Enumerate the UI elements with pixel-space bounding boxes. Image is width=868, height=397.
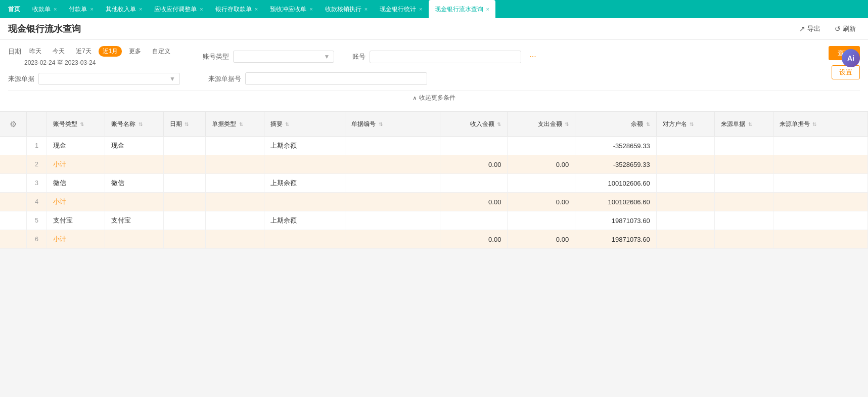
refresh-button[interactable]: ↺ 刷新 [831,22,860,35]
td-account-name: 支付宝 [105,211,163,230]
td-expense [508,211,575,230]
settings-button[interactable]: 设置 [832,65,860,79]
table-container: ⚙ 账号类型 ⇅ 账号名称 ⇅ 日期 ⇅ 单据类型 ⇅ [0,112,868,249]
th-expense[interactable]: 支出金额 ⇅ [508,112,575,137]
sort-icon: ⇅ [139,121,143,127]
close-icon[interactable]: × [200,6,203,12]
dots-icon[interactable]: ··· [529,52,536,61]
th-summary[interactable]: 摘要 ⇅ [264,112,345,137]
table-row: 1现金现金上期余额-3528659.33 [0,137,868,155]
close-icon[interactable]: × [419,6,422,12]
th-account-name[interactable]: 账号名称 ⇅ [105,112,163,137]
top-nav: 首页 收款单 × 付款单 × 其他收入单 × 应收应付调整单 × 银行存取款单 … [0,0,868,18]
sort-icon: ⇅ [812,121,816,127]
td-expense [508,137,575,155]
collapse-bar[interactable]: ∧ 收起更多条件 [8,90,860,105]
td-account-name [105,230,163,249]
refresh-icon: ↺ [835,25,841,33]
sort-icon: ⇅ [690,121,694,127]
sort-icon: ⇅ [565,121,569,127]
table-header-row: ⚙ 账号类型 ⇅ 账号名称 ⇅ 日期 ⇅ 单据类型 ⇅ [0,112,868,137]
td-seq: 2 [27,155,47,174]
th-counterparty[interactable]: 对方户名 ⇅ [656,112,714,137]
th-seq [27,112,47,137]
th-source-doc-no[interactable]: 来源单据号 ⇅ [773,112,867,137]
th-balance[interactable]: 余额 ⇅ [575,112,657,137]
td-balance: -3528659.33 [575,155,657,174]
th-account-type[interactable]: 账号类型 ⇅ [47,112,105,137]
close-icon[interactable]: × [139,6,142,12]
close-icon[interactable]: × [255,6,258,12]
th-doc-no[interactable]: 单据编号 ⇅ [345,112,440,137]
td-seq: 5 [27,211,47,230]
td-seq: 6 [27,230,47,249]
collapse-label: 收起更多条件 [419,94,455,102]
date-opt-yesterday[interactable]: 昨天 [25,46,45,57]
td-income: 0.00 [440,230,508,249]
nav-tab-receipt[interactable]: 收款单 × [26,0,63,18]
nav-tab-cash-stat[interactable]: 现金银行统计 × [374,0,428,18]
td-account-name [105,155,163,174]
td-expense [508,174,575,193]
filter-row-1: 日期 昨天 今天 近7天 近1月 更多 自定义 2023-02-24 至 202… [8,46,820,67]
ai-badge[interactable]: Ai [842,49,860,67]
source-doc-no-input[interactable] [245,72,427,85]
sort-icon: ⇅ [285,121,289,127]
td-account-name: 现金 [105,137,163,155]
nav-tab-writeoff[interactable]: 收款核销执行 × [319,0,374,18]
sort-icon: ⇅ [80,121,84,127]
table-row: 4小计0.000.00100102606.60 [0,193,868,211]
nav-tab-payment[interactable]: 付款单 × [63,0,99,18]
nav-tab-other-income[interactable]: 其他收入单 × [100,0,148,18]
th-doc-type[interactable]: 单据类型 ⇅ [206,112,264,137]
date-opt-7days[interactable]: 近7天 [72,46,96,57]
gear-icon[interactable]: ⚙ [6,117,20,131]
th-gear: ⚙ [0,112,27,137]
td-account-type: 小计 [47,193,105,211]
filter-row-2: 来源单据 ▼ 来源单据号 [8,72,820,85]
th-date[interactable]: 日期 ⇅ [163,112,205,137]
td-account-name [105,193,163,211]
sort-icon: ⇅ [748,121,752,127]
td-account-type: 现金 [47,137,105,155]
date-opt-more[interactable]: 更多 [125,46,145,57]
close-icon[interactable]: × [309,6,312,12]
data-table: ⚙ 账号类型 ⇅ 账号名称 ⇅ 日期 ⇅ 单据类型 ⇅ [0,112,868,249]
account-input[interactable] [370,51,521,63]
account-label: 账号 [352,52,366,61]
sort-icon: ⇅ [497,121,501,127]
close-icon[interactable]: × [486,6,489,12]
table-row: 3微信微信上期余额100102606.60 [0,174,868,193]
nav-tab-bank-deposit[interactable]: 银行存取款单 × [209,0,264,18]
td-income [440,211,508,230]
sort-icon: ⇅ [379,121,383,127]
td-account-type: 微信 [47,174,105,193]
account-type-select[interactable]: ▼ [233,51,334,63]
date-opt-custom[interactable]: 自定义 [148,46,174,57]
date-opt-today[interactable]: 今天 [49,46,69,57]
source-doc-select[interactable]: ▼ [38,73,180,85]
source-doc-no-label: 来源单据号 [208,74,241,83]
page-header: 现金银行流水查询 ↗ 导出 ↺ 刷新 [0,18,868,40]
filter-area: 日期 昨天 今天 近7天 近1月 更多 自定义 2023-02-24 至 202… [0,40,868,112]
nav-tab-cash-flow-query[interactable]: 现金银行流水查询 × [429,0,495,18]
close-icon[interactable]: × [364,6,368,12]
th-source-doc[interactable]: 来源单据 ⇅ [715,112,773,137]
close-icon[interactable]: × [90,6,93,12]
export-button[interactable]: ↗ 导出 [795,22,825,35]
nav-tab-advance-offset[interactable]: 预收冲应收单 × [264,0,318,18]
source-doc-label: 来源单据 [8,74,34,83]
nav-tab-home[interactable]: 首页 [2,0,26,18]
close-icon[interactable]: × [54,6,57,12]
td-income [440,137,508,155]
td-seq: 1 [27,137,47,155]
th-income[interactable]: 收入金额 ⇅ [440,112,508,137]
date-opt-1month[interactable]: 近1月 [99,46,122,57]
date-label: 日期 [8,47,21,56]
nav-tab-ar-ap-adjust[interactable]: 应收应付调整单 × [148,0,209,18]
td-balance: 100102606.60 [575,174,657,193]
date-range: 2023-02-24 至 2023-03-24 [24,59,96,66]
td-account-name: 微信 [105,174,163,193]
td-balance: 19871073.60 [575,230,657,249]
td-balance: 100102606.60 [575,193,657,211]
